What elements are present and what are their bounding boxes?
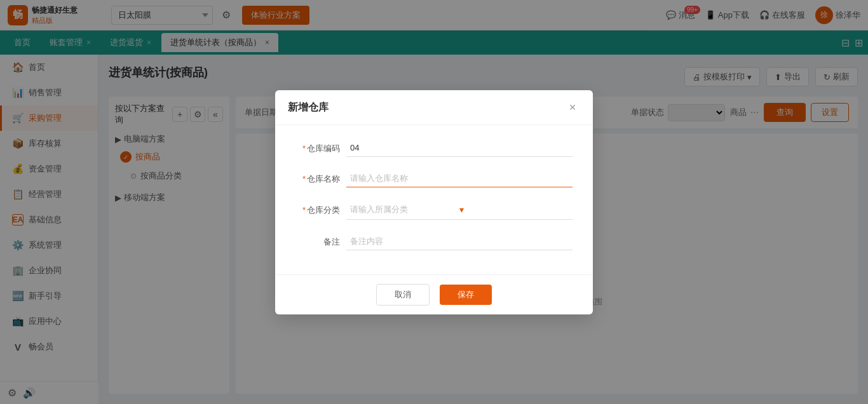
- name-label: *仓库名称: [295, 173, 346, 185]
- category-placeholder: 请输入所属分类: [350, 204, 459, 215]
- name-input[interactable]: [346, 171, 573, 187]
- name-required-star: *: [302, 174, 306, 184]
- dialog-close-btn[interactable]: ×: [565, 100, 580, 116]
- category-required-star: *: [302, 205, 306, 215]
- form-row-remark: 备注: [295, 234, 573, 250]
- dialog-title: 新增仓库: [288, 101, 329, 114]
- dialog-footer: 取消 保存: [275, 274, 593, 314]
- remark-label: 备注: [295, 236, 346, 248]
- form-row-code: *仓库编码: [295, 140, 573, 157]
- form-row-name: *仓库名称: [295, 171, 573, 187]
- category-label: *仓库分类: [295, 205, 346, 216]
- save-btn[interactable]: 保存: [440, 285, 492, 305]
- form-row-category: *仓库分类 请输入所属分类 ▾: [295, 201, 573, 220]
- code-label: *仓库编码: [295, 143, 346, 154]
- dialog-new-warehouse: 新增仓库 × *仓库编码 *仓库名称 *仓库分类: [275, 90, 593, 314]
- modal-overlay[interactable]: 新增仓库 × *仓库编码 *仓库名称 *仓库分类: [0, 0, 868, 404]
- cancel-btn[interactable]: 取消: [376, 284, 430, 306]
- remark-input[interactable]: [346, 234, 573, 250]
- category-arrow-icon: ▾: [459, 205, 569, 215]
- code-input[interactable]: [346, 140, 573, 157]
- dialog-header: 新增仓库 ×: [275, 90, 593, 125]
- dialog-body: *仓库编码 *仓库名称 *仓库分类 请输入所属分类 ▾: [275, 125, 593, 274]
- category-select[interactable]: 请输入所属分类 ▾: [346, 201, 573, 220]
- code-required-star: *: [302, 144, 306, 153]
